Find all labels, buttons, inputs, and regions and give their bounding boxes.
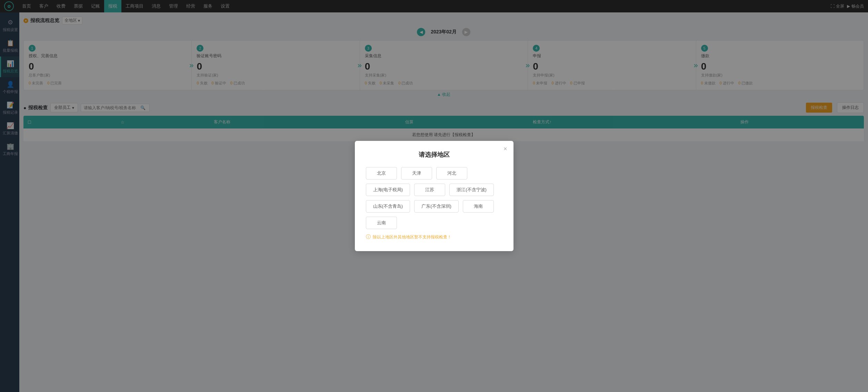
warning-text: 除以上地区外其他地区暂不支持报税检查！ (373, 234, 451, 240)
region-buttons: 北京天津河北上海(电子税局)江苏浙江(不含宁波)山东(不含青岛)广东(不含深圳)… (366, 167, 502, 229)
region-modal: × 请选择地区 北京天津河北上海(电子税局)江苏浙江(不含宁波)山东(不含青岛)… (355, 141, 513, 251)
close-icon: × (503, 145, 507, 152)
warning-icon: ⓘ (366, 234, 371, 240)
modal-title: 请选择地区 (366, 151, 502, 159)
region-btn-jiangsu[interactable]: 江苏 (414, 184, 445, 196)
region-btn-yunnan[interactable]: 云南 (366, 217, 397, 229)
modal-warning: ⓘ 除以上地区外其他地区暂不支持报税检查！ (366, 234, 502, 240)
region-btn-zhejiang[interactable]: 浙江(不含宁波) (449, 184, 494, 196)
modal-close-btn[interactable]: × (503, 146, 507, 152)
region-btn-hebei[interactable]: 河北 (436, 167, 467, 179)
region-btn-shandong[interactable]: 山东(不含青岛) (366, 200, 410, 213)
modal-overlay[interactable]: × 请选择地区 北京天津河北上海(电子税局)江苏浙江(不含宁波)山东(不含青岛)… (0, 0, 868, 392)
region-btn-beijing[interactable]: 北京 (366, 167, 397, 179)
region-btn-hainan[interactable]: 海南 (463, 200, 494, 213)
region-btn-shanghai[interactable]: 上海(电子税局) (366, 184, 410, 196)
region-btn-guangdong[interactable]: 广东(不含深圳) (414, 200, 459, 213)
region-btn-tianjin[interactable]: 天津 (401, 167, 432, 179)
